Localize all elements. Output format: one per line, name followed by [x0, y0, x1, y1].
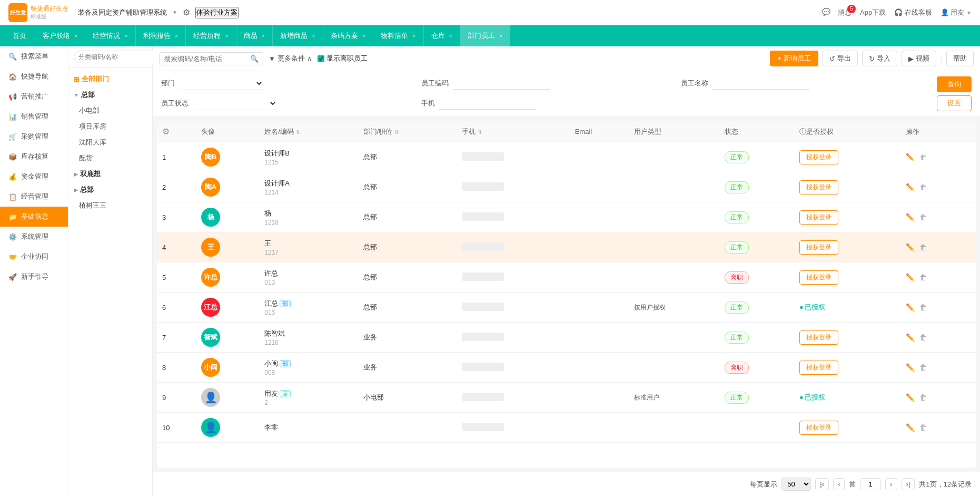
system-name-dropdown[interactable]: ▼ — [172, 9, 177, 15]
close-icon[interactable]: × — [362, 33, 365, 39]
reset-button[interactable]: 设置 — [937, 95, 972, 111]
tab-customer[interactable]: 客户联络 × — [35, 25, 85, 46]
dept-group-zongbu[interactable]: ▼ 总部 — [68, 87, 152, 103]
sidebar-item-system[interactable]: ⚙️ 系统管理 — [0, 227, 68, 247]
message-area[interactable]: 💬 5 消息 — [822, 8, 852, 17]
query-button[interactable]: 查询 — [937, 76, 972, 92]
sidebar-item-search[interactable]: 🔍 搜索菜单 — [0, 46, 68, 66]
filter-phone-input[interactable] — [439, 97, 536, 110]
sort-icon[interactable]: ⇅ — [296, 129, 300, 135]
view-button[interactable]: ▶ 视频 — [902, 51, 936, 66]
delete-icon[interactable]: 🗑 — [919, 393, 927, 402]
prev-page-button[interactable]: ‹ — [833, 478, 845, 490]
auth-button[interactable]: 授权登录 — [799, 330, 838, 345]
dept-item-xiaodibu[interactable]: 小电部 — [68, 103, 152, 119]
dept-item-xiangmukufang[interactable]: 项目库房 — [68, 119, 152, 134]
edit-icon[interactable]: ✏️ — [906, 393, 915, 402]
auth-button[interactable]: 授权登录 — [799, 210, 838, 225]
delete-icon[interactable]: 🗑 — [919, 153, 927, 161]
auth-button[interactable]: 授权登录 — [799, 361, 838, 375]
tab-bom[interactable]: 物料清单 × — [373, 25, 423, 46]
sidebar-item-basic[interactable]: 📁 基础信息 — [0, 207, 68, 227]
dept-group-shuanglu[interactable]: ▶ 双鹿想 — [68, 166, 152, 182]
sidebar-item-guide[interactable]: 🚀 新手引导 — [0, 267, 68, 287]
gear-icon[interactable]: ⚙ — [162, 127, 170, 136]
user-area[interactable]: 👤 用友 ▼ — [941, 8, 972, 17]
settings-button[interactable]: ⚙ — [183, 7, 190, 17]
more-filter-button[interactable]: ▼ 更多条件 ∧ — [269, 54, 312, 63]
sidebar-item-marketing[interactable]: 📢 营销推广 — [0, 86, 68, 106]
dept-all-header[interactable]: ⊞ 全部部门 — [68, 71, 152, 87]
import-button[interactable]: ↻ 导入 — [862, 51, 897, 66]
auth-button[interactable]: 授权登录 — [799, 180, 838, 194]
close-icon[interactable]: × — [124, 33, 127, 39]
delete-icon[interactable]: 🗑 — [919, 363, 927, 372]
tab-warehouse[interactable]: 仓库 × — [424, 25, 460, 46]
sort-icon[interactable]: ⇅ — [394, 129, 399, 135]
page-size-select[interactable]: 50 100 200 — [781, 478, 811, 491]
close-icon[interactable]: × — [225, 33, 228, 39]
close-icon[interactable]: × — [412, 33, 415, 39]
filter-emp-code-input[interactable] — [453, 77, 550, 90]
dept-item-peihuo[interactable]: 配货 — [68, 150, 152, 166]
sidebar-item-collab[interactable]: 🤝 企业协同 — [0, 247, 68, 267]
search-input[interactable] — [164, 55, 248, 63]
edit-icon[interactable]: ✏️ — [906, 153, 915, 161]
sidebar-item-sales[interactable]: 📊 销售管理 — [0, 106, 68, 127]
sort-icon[interactable]: ⇅ — [478, 129, 482, 135]
edit-icon[interactable]: ✏️ — [906, 183, 915, 191]
trial-button[interactable]: 体验行业方案 — [195, 7, 239, 18]
tab-goods[interactable]: 商品 × — [236, 25, 273, 46]
tab-department[interactable]: 部门员工 × — [460, 25, 510, 46]
filter-emp-status-select[interactable] — [193, 96, 277, 110]
edit-icon[interactable]: ✏️ — [906, 333, 915, 342]
delete-icon[interactable]: 🗑 — [919, 423, 927, 432]
auth-button[interactable]: 授权登录 — [799, 421, 838, 435]
show-resigned-checkbox[interactable]: 显示离职员工 — [318, 54, 368, 63]
delete-icon[interactable]: 🗑 — [919, 273, 927, 281]
edit-icon[interactable]: ✏️ — [906, 363, 915, 372]
edit-icon[interactable]: ✏️ — [906, 303, 915, 312]
close-icon[interactable]: × — [175, 33, 178, 39]
close-icon[interactable]: × — [449, 33, 452, 39]
dept-item-zhishuwangsan[interactable]: 植树王三 — [68, 198, 152, 213]
delete-icon[interactable]: 🗑 — [919, 303, 927, 312]
app-download[interactable]: App下载 — [860, 8, 886, 17]
first-page-button[interactable]: |‹ — [815, 478, 829, 490]
delete-icon[interactable]: 🗑 — [919, 243, 927, 251]
sidebar-item-inventory[interactable]: 📦 库存核算 — [0, 147, 68, 167]
delete-icon[interactable]: 🗑 — [919, 213, 927, 221]
online-service[interactable]: 🎧 在线客服 — [894, 8, 932, 17]
edit-icon[interactable]: ✏️ — [906, 243, 915, 251]
tab-profit[interactable]: 利润报告 × — [136, 25, 186, 46]
next-page-button[interactable]: › — [885, 478, 897, 490]
filter-dept-select[interactable] — [179, 76, 263, 90]
sidebar-item-purchase[interactable]: 🛒 采购管理 — [0, 127, 68, 147]
tab-operation[interactable]: 经营情况 × — [85, 25, 135, 46]
auth-button[interactable]: 授权登录 — [799, 150, 838, 164]
dept-item-shenyangdaku[interactable]: 沈阳大库 — [68, 134, 152, 150]
tab-add-goods[interactable]: 新增商品 × — [273, 25, 323, 46]
delete-icon[interactable]: 🗑 — [919, 183, 927, 191]
sidebar-item-management[interactable]: 📋 经营管理 — [0, 187, 68, 207]
edit-icon[interactable]: ✏️ — [906, 273, 915, 281]
close-icon[interactable]: × — [499, 33, 502, 39]
close-icon[interactable]: × — [74, 33, 77, 39]
tab-barcode[interactable]: 条码方案 × — [323, 25, 373, 46]
tab-home[interactable]: 首页 — [4, 25, 35, 46]
auth-button[interactable]: 授权登录 — [799, 270, 838, 285]
add-employee-button[interactable]: + 新增员工 — [770, 51, 818, 66]
close-icon[interactable]: × — [262, 33, 265, 39]
page-input[interactable] — [860, 478, 881, 490]
export-button[interactable]: ↺ 导出 — [823, 51, 858, 66]
sidebar-item-finance[interactable]: 💰 资金管理 — [0, 167, 68, 187]
delete-icon[interactable]: 🗑 — [919, 333, 927, 342]
edit-icon[interactable]: ✏️ — [906, 213, 915, 221]
edit-icon[interactable]: ✏️ — [906, 423, 915, 432]
auth-button[interactable]: 授权登录 — [799, 240, 838, 255]
last-page-button[interactable]: ›| — [902, 478, 915, 490]
help-button[interactable]: 帮助 — [946, 51, 974, 66]
tab-history[interactable]: 经营历程 × — [186, 25, 236, 46]
dept-group-zongbu2[interactable]: ▶ 总部 — [68, 182, 152, 198]
dept-search-input[interactable] — [74, 51, 162, 63]
